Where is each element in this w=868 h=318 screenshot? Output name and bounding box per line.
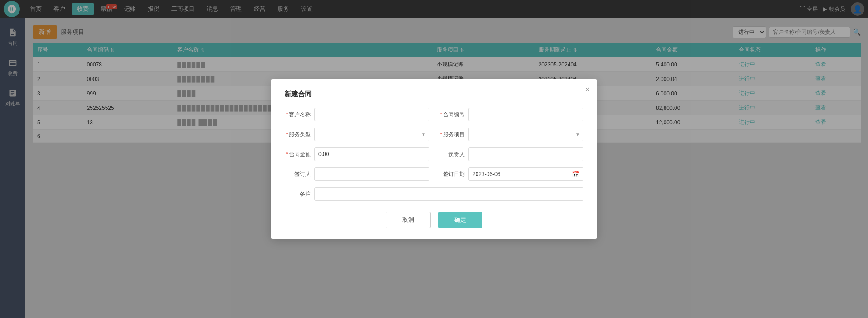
service-item-wrapper: ▼	[468, 128, 583, 141]
form-grid: *客户名称 *合同编号 *服务类型 ▼	[285, 108, 583, 201]
customer-name-input[interactable]	[314, 108, 429, 121]
field-sign-date: 签订日期 📅	[439, 167, 583, 181]
service-type-wrapper: ▼	[314, 128, 429, 141]
contract-amount-input[interactable]	[314, 147, 429, 161]
responsible-input[interactable]	[468, 147, 583, 161]
service-type-label: *服务类型	[285, 131, 311, 138]
modal-close-button[interactable]: ×	[585, 85, 590, 94]
field-responsible: 负责人	[439, 147, 583, 161]
confirm-button[interactable]: 确定	[438, 212, 482, 228]
contract-amount-label: *合同金额	[285, 151, 311, 158]
sign-date-input[interactable]	[469, 168, 568, 180]
sign-date-label: 签订日期	[439, 171, 465, 178]
customer-name-label: *客户名称	[285, 111, 311, 119]
calendar-button[interactable]: 📅	[568, 171, 583, 178]
field-service-type: *服务类型 ▼	[285, 128, 429, 141]
new-contract-modal: 新建合同 × *客户名称 *合同编号 *服务类型	[271, 79, 597, 239]
signer-input[interactable]	[314, 167, 429, 181]
contract-no-input[interactable]	[468, 108, 583, 121]
field-customer-name: *客户名称	[285, 108, 429, 121]
calendar-icon: 📅	[572, 171, 579, 178]
field-contract-no: *合同编号	[439, 108, 583, 121]
field-remark: 备注	[285, 187, 583, 201]
modal-title: 新建合同	[285, 90, 583, 99]
modal-footer: 取消 确定	[285, 212, 583, 228]
cancel-button[interactable]: 取消	[386, 212, 431, 228]
responsible-label: 负责人	[439, 151, 465, 158]
contract-no-label: *合同编号	[439, 111, 465, 119]
modal-overlay: 新建合同 × *客户名称 *合同编号 *服务类型	[0, 0, 868, 318]
service-type-select[interactable]	[314, 128, 429, 141]
signer-label: 签订人	[285, 171, 311, 178]
service-item-label: *服务项目	[439, 131, 465, 138]
service-item-select[interactable]	[468, 128, 583, 141]
field-service-item: *服务项目 ▼	[439, 128, 583, 141]
field-signer: 签订人	[285, 167, 429, 181]
remark-label: 备注	[285, 190, 311, 198]
sign-date-wrapper: 📅	[468, 167, 583, 181]
remark-input[interactable]	[314, 187, 583, 201]
field-contract-amount: *合同金额	[285, 147, 429, 161]
